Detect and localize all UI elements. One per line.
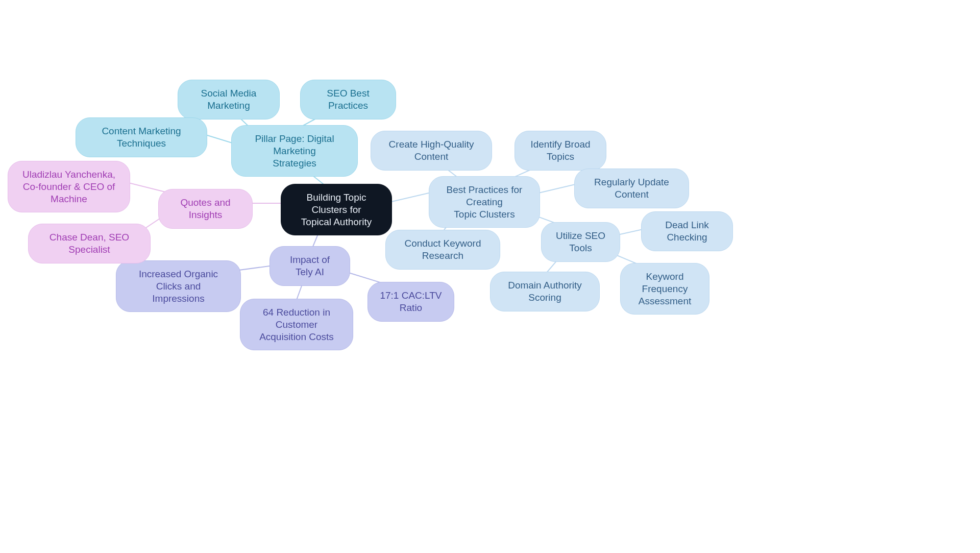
reduction-label: 64 Reduction in Customer Acquisition Cos… bbox=[252, 306, 341, 343]
dl-label: Dead Link Checking bbox=[653, 219, 721, 244]
root-label: Building Topic Clusters for Topical Auth… bbox=[292, 191, 380, 228]
quotes-label: Quotes and Insights bbox=[170, 197, 241, 221]
da-label: Domain Authority Scoring bbox=[502, 279, 588, 304]
ul-label: Uladizlau Yanchenka, Co-founder & CEO of… bbox=[19, 169, 118, 205]
seo-best-label: SEO Best Practices bbox=[312, 87, 384, 112]
clicks-label: Increased Organic Clicks and Impressions bbox=[128, 268, 229, 304]
node-cac-ltv-ratio[interactable]: 17:1 CAC:LTV Ratio bbox=[368, 282, 454, 322]
node-domain-auth[interactable]: Domain Authority Scoring bbox=[490, 272, 600, 311]
node-kw-freq[interactable]: Keyword Frequency Assessment bbox=[620, 263, 709, 315]
seo-tools-label: Utilize SEO Tools bbox=[553, 230, 608, 254]
bp-label: Best Practices for Creating Topic Cluste… bbox=[440, 184, 528, 220]
content-tech-label: Content Marketing Techniques bbox=[87, 125, 195, 150]
node-uladizlau[interactable]: Uladizlau Yanchenka, Co-founder & CEO of… bbox=[8, 161, 130, 212]
node-dead-link[interactable]: Dead Link Checking bbox=[641, 211, 733, 251]
node-broad-topics[interactable]: Identify Broad Topics bbox=[514, 131, 606, 171]
update-label: Regularly Update Content bbox=[586, 176, 677, 201]
node-tely-ai[interactable]: Impact of Tely AI bbox=[270, 246, 350, 286]
bt-label: Identify Broad Topics bbox=[526, 138, 595, 163]
node-seo-best[interactable]: SEO Best Practices bbox=[300, 80, 396, 119]
kf-label: Keyword Frequency Assessment bbox=[632, 271, 698, 307]
node-chase[interactable]: Chase Dean, SEO Specialist bbox=[28, 224, 151, 263]
ratio-label: 17:1 CAC:LTV Ratio bbox=[379, 290, 443, 314]
mindmap-canvas: Building Topic Clusters for Topical Auth… bbox=[0, 0, 980, 553]
root-node[interactable]: Building Topic Clusters for Topical Auth… bbox=[281, 184, 392, 235]
node-update-content[interactable]: Regularly Update Content bbox=[574, 169, 689, 208]
node-cac-reduction[interactable]: 64 Reduction in Customer Acquisition Cos… bbox=[240, 299, 353, 350]
node-best-practices[interactable]: Best Practices for Creating Topic Cluste… bbox=[429, 176, 540, 228]
pillar-label: Pillar Page: Digital Marketing Strategie… bbox=[243, 133, 346, 169]
node-keyword-research[interactable]: Conduct Keyword Research bbox=[385, 230, 500, 270]
tely-label: Impact of Tely AI bbox=[281, 254, 338, 278]
svg-line-1 bbox=[391, 193, 429, 202]
social-label: Social Media Marketing bbox=[189, 87, 268, 112]
node-quotes[interactable]: Quotes and Insights bbox=[158, 189, 253, 229]
node-pillar-page[interactable]: Pillar Page: Digital Marketing Strategie… bbox=[231, 125, 358, 177]
node-organic-clicks[interactable]: Increased Organic Clicks and Impressions bbox=[116, 260, 241, 312]
node-high-quality[interactable]: Create High-Quality Content bbox=[371, 131, 492, 171]
node-content-tech[interactable]: Content Marketing Techniques bbox=[76, 117, 207, 157]
hq-label: Create High-Quality Content bbox=[382, 138, 480, 163]
chase-label: Chase Dean, SEO Specialist bbox=[40, 231, 139, 256]
kr-label: Conduct Keyword Research bbox=[397, 237, 488, 262]
node-seo-tools[interactable]: Utilize SEO Tools bbox=[541, 222, 620, 262]
node-social-media[interactable]: Social Media Marketing bbox=[178, 80, 280, 119]
